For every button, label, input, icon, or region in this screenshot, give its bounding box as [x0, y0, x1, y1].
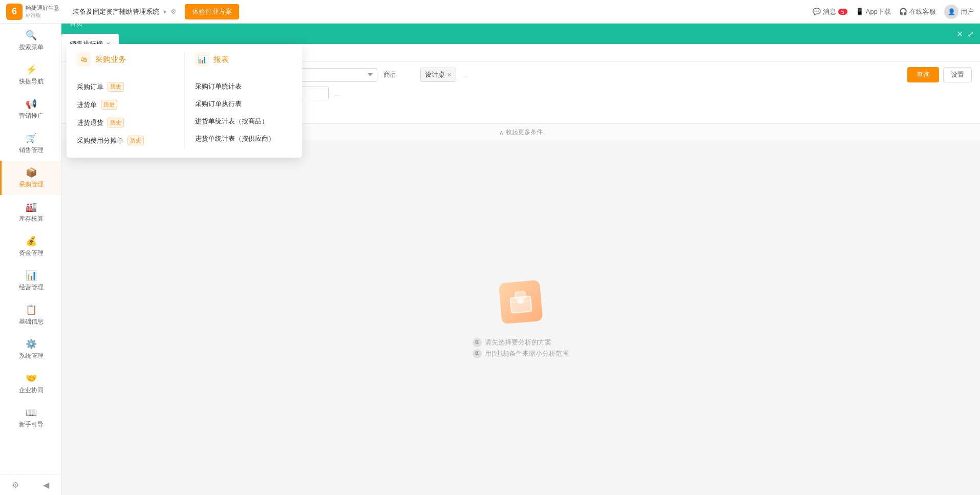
sales-icon: 🛒 — [26, 133, 37, 144]
tab-bar-right: ✕ ⤢ — [956, 29, 980, 39]
tip-num-1: ① — [473, 338, 482, 347]
online-service-item[interactable]: 🎧 在线客服 — [899, 7, 936, 16]
search-icon: 🔍 — [26, 30, 37, 41]
box-icon — [507, 288, 535, 315]
purchase-dropdown: 🛍 采购业务 采购订单历史进货单历史进货退货历史采购费用分摊单历史 📊 报表 采… — [67, 44, 302, 158]
phone-icon: 📱 — [856, 8, 864, 15]
system-title-area: 装备及固定资产辅助管理系统 ▾ ⚙ 体验行业方案 — [68, 4, 813, 19]
header-right: 💬 消息 5 📱 App下载 🎧 在线客服 👤 用户 — [813, 5, 974, 19]
headset-icon: 🎧 — [899, 8, 907, 15]
sidebar: 🔍 搜索菜单 ⚡ 快捷导航 📢 营销推广 🛒 销售管理 📦 采购管理 🏭 库存核… — [0, 24, 61, 495]
item-label: 进货单统计表（按商品） — [195, 117, 268, 126]
empty-icon-box — [499, 279, 543, 324]
app-download-item[interactable]: 📱 App下载 — [856, 7, 891, 16]
sidebar-label-marketing: 营销推广 — [19, 112, 44, 120]
goods-tag-text: 设计桌 — [425, 70, 445, 79]
marketing-icon: 📢 — [26, 98, 37, 110]
dropdown-item-进货单[interactable]: 进货单历史 — [77, 96, 174, 114]
empty-illustration — [495, 276, 546, 328]
dropdown-item-采购订单[interactable]: 采购订单历史 — [77, 78, 174, 96]
settings-button[interactable]: 设置 — [943, 67, 972, 82]
dropdown-item-进货单统计表按商品[interactable]: 进货单统计表（按商品） — [195, 113, 292, 130]
goods-label: 商品 — [384, 70, 414, 79]
sidebar-label-finance: 资金管理 — [19, 249, 44, 257]
sidebar-item-marketing[interactable]: 📢 营销推广 — [0, 92, 61, 126]
chevron-down-icon[interactable]: ▾ — [163, 8, 166, 15]
empty-state: ① 请先选择要分析的方案 ② 用[过滤]条件来缩小分析范围 — [61, 141, 980, 495]
settings-icon[interactable]: ⚙ — [12, 480, 19, 490]
dropdown-col-report-header: 📊 报表 — [195, 52, 292, 71]
avatar: 👤 — [944, 5, 958, 19]
item-label: 进货退货 — [77, 118, 103, 127]
inventory-icon: 🏭 — [26, 201, 37, 212]
report-col-icon: 📊 — [195, 52, 209, 67]
user-item[interactable]: 👤 用户 — [944, 5, 974, 19]
operations-icon: 📊 — [26, 270, 37, 281]
collapse-sidebar-icon[interactable]: ◀ — [43, 480, 49, 490]
system-settings-icon[interactable]: ⚙ — [171, 8, 177, 15]
user-label: 用户 — [961, 7, 974, 16]
sidebar-label-guide: 新手引导 — [19, 420, 44, 429]
svg-rect-1 — [515, 291, 525, 299]
tab-label-home: 首页 — [70, 24, 83, 28]
sidebar-label-purchase: 采购管理 — [19, 180, 44, 189]
sidebar-item-operations[interactable]: 📊 经营管理 — [0, 264, 61, 298]
item-label: 采购订单执行表 — [195, 99, 242, 109]
sidebar-label-enterprise: 企业协同 — [19, 386, 44, 395]
sidebar-bottom: ⚙ ◀ — [0, 475, 61, 495]
message-item[interactable]: 💬 消息 5 — [813, 7, 847, 16]
voucher-status-select[interactable] — [295, 68, 377, 82]
dropdown-item-采购费用分摊单[interactable]: 采购费用分摊单历史 — [77, 132, 174, 149]
sidebar-item-search[interactable]: 🔍 搜索菜单 — [0, 24, 61, 58]
history-badge: 历史 — [127, 136, 144, 145]
filter-actions: 查询 设置 — [907, 67, 972, 82]
sidebar-item-inventory[interactable]: 🏭 库存核算 — [0, 195, 61, 229]
tip-num-2: ② — [473, 349, 482, 358]
dropdown-item-采购订单执行表[interactable]: 采购订单执行表 — [195, 95, 292, 113]
item-label: 进货单 — [77, 100, 97, 110]
sidebar-item-enterprise[interactable]: 🤝 企业协同 — [0, 367, 61, 401]
empty-tip-2: ② 用[过滤]条件来缩小分析范围 — [473, 349, 568, 358]
quick-nav-icon: ⚡ — [26, 64, 37, 75]
dropdown-item-进货单统计表按供应商[interactable]: 进货单统计表（按供应商） — [195, 130, 292, 147]
sidebar-label-search: 搜索菜单 — [19, 43, 44, 52]
sidebar-item-quick-nav[interactable]: ⚡ 快捷导航 — [0, 58, 61, 92]
dropdown-item-采购订单统计表[interactable]: 采购订单统计表 — [195, 78, 292, 95]
sidebar-item-finance[interactable]: 💰 资金管理 — [0, 229, 61, 264]
sidebar-item-sales[interactable]: 🛒 销售管理 — [0, 126, 61, 161]
logo-brand: 畅捷通好生意 — [26, 4, 59, 11]
sidebar-item-guide[interactable]: 📖 新手引导 — [0, 401, 61, 435]
solution-button[interactable]: 体验行业方案 — [185, 4, 239, 19]
message-label: 消息 — [823, 7, 836, 16]
logo-text-area: 畅捷通好生意 标准版 — [26, 4, 59, 18]
collapse-btn[interactable]: ∧ 收起更多条件 — [499, 128, 543, 137]
maximize-icon[interactable]: ⤢ — [967, 29, 974, 39]
tab-bar: 首页销售排行榜✕ ✕ ⤢ — [61, 24, 980, 44]
dropdown-item-进货退货[interactable]: 进货退货历史 — [77, 114, 174, 132]
system-title-text: 装备及固定资产辅助管理系统 — [73, 7, 159, 16]
goods-dots: ... — [462, 71, 468, 79]
dropdown-col-report: 📊 报表 采购订单统计表采购订单执行表进货单统计表（按商品）进货单统计表（按供应… — [184, 52, 303, 149]
query-button[interactable]: 查询 — [907, 67, 939, 82]
collapse-up-icon: ∧ — [499, 129, 504, 136]
purchase-icon: 📦 — [26, 167, 37, 178]
sidebar-item-basic-info[interactable]: 📋 基础信息 — [0, 298, 61, 332]
system-icon: ⚙️ — [26, 338, 37, 350]
sidebar-item-system[interactable]: ⚙️ 系统管理 — [0, 332, 61, 367]
guide-icon: 📖 — [26, 407, 37, 418]
goods-tag: 设计桌 ✕ — [420, 68, 456, 82]
goods-tag-close[interactable]: ✕ — [447, 72, 452, 78]
enterprise-icon: 🤝 — [26, 373, 37, 384]
sidebar-label-quick-nav: 快捷导航 — [19, 77, 44, 86]
close-window-icon[interactable]: ✕ — [956, 29, 963, 39]
dropdown-col2-items: 采购订单统计表采购订单执行表进货单统计表（按商品）进货单统计表（按供应商） — [195, 78, 292, 147]
tab-home[interactable]: 首页 — [61, 24, 119, 34]
collapse-label: 收起更多条件 — [506, 128, 543, 137]
logo-area: 6 畅捷通好生意 标准版 — [6, 4, 68, 20]
empty-tip-1: ① 请先选择要分析的方案 — [473, 338, 568, 347]
finance-icon: 💰 — [26, 235, 37, 247]
tip-text-2: 用[过滤]条件来缩小分析范围 — [485, 349, 568, 358]
sidebar-item-purchase[interactable]: 📦 采购管理 — [0, 161, 61, 195]
app-download-label: App下载 — [866, 7, 891, 16]
dropdown-col-purchase: 🛍 采购业务 采购订单历史进货单历史进货退货历史采购费用分摊单历史 — [67, 52, 184, 149]
